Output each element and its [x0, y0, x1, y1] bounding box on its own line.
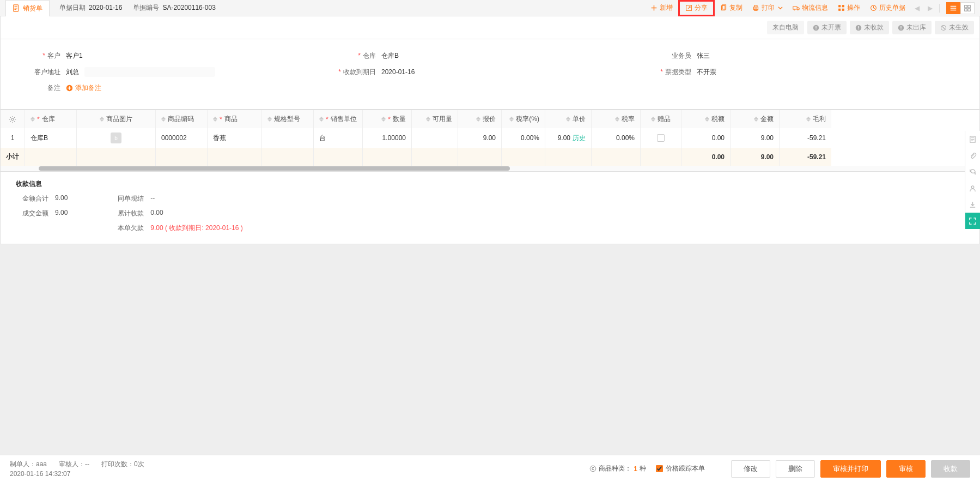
price-follow-checkbox[interactable]: 价格跟踪本单	[656, 464, 705, 473]
doc-meta: 单据日期2020-01-16 单据编号SA-20200116-003	[59, 3, 216, 13]
gift-checkbox[interactable]	[657, 134, 665, 142]
svg-point-9	[798, 9, 799, 10]
salesman-value[interactable]: 张三	[697, 51, 710, 61]
doc-icon	[13, 4, 20, 12]
line-grid: *仓库 商品图片 商品编码 *商品 规格型号 *销售单位 *数量 可用量 报价 …	[0, 110, 980, 172]
table-row[interactable]: 1 仓库B b 0000002 香蕉 台 1.00000 9.00 0.00% …	[1, 128, 979, 148]
tab-title: 销货单	[23, 4, 42, 13]
svg-point-32	[971, 185, 974, 188]
status-inactive[interactable]: 未生效	[935, 21, 974, 34]
payment-title: 收款信息	[16, 179, 964, 189]
doc-date: 2020-01-16	[89, 4, 122, 11]
svg-rect-11	[842, 5, 844, 7]
due-date-value[interactable]: 2020-01-16	[381, 68, 415, 76]
rail-expand-icon[interactable]	[965, 213, 980, 229]
price-history-link[interactable]: 历史	[573, 134, 586, 143]
svg-rect-13	[842, 9, 844, 10]
svg-rect-7	[793, 7, 797, 9]
subtotal-row: 小计 0.00 9.00 -59.21	[1, 148, 979, 166]
svg-rect-24	[858, 28, 859, 29]
view-list-button[interactable]	[946, 2, 960, 14]
status-uninvoiced[interactable]: 未开票	[807, 21, 847, 34]
scrollbar-thumb[interactable]	[39, 166, 510, 171]
add-remark-link[interactable]: 添加备注	[66, 83, 101, 93]
svg-point-30	[11, 118, 14, 120]
active-tab[interactable]: 销货单	[5, 0, 50, 16]
delete-button[interactable]: 删除	[776, 460, 815, 478]
operate-button[interactable]: 操作	[833, 1, 865, 15]
status-row: 来自电脑 未开票 未收款 未出库 未生效	[0, 16, 980, 39]
audit-button[interactable]: 审核	[886, 460, 926, 478]
svg-rect-27	[900, 28, 902, 29]
status-unpaid[interactable]: 未收款	[850, 21, 889, 34]
rail-refresh-icon[interactable]	[965, 164, 980, 180]
chevron-down-icon	[778, 5, 783, 10]
view-grid-button[interactable]	[960, 2, 975, 14]
product-image-icon: b	[111, 132, 121, 143]
svg-rect-16	[968, 5, 970, 7]
rail-user-icon[interactable]	[965, 180, 980, 196]
svg-rect-12	[839, 9, 841, 10]
modify-button[interactable]: 修改	[731, 460, 770, 478]
share-button[interactable]: 分享	[681, 1, 712, 15]
svg-rect-23	[858, 26, 859, 28]
copy-button[interactable]: 复制	[716, 1, 747, 15]
svg-point-8	[794, 9, 795, 10]
side-rail	[965, 131, 980, 229]
invoice-type-value[interactable]: 不开票	[697, 68, 716, 77]
status-unshipped[interactable]: 未出库	[892, 21, 932, 34]
svg-rect-18	[968, 8, 970, 10]
address-name: 刘总	[66, 68, 79, 77]
receive-button: 收款	[931, 460, 970, 478]
form-card: *客户客户1 *仓库仓库B 业务员张三 客户地址刘总 *收款到期日2020-01…	[0, 39, 980, 110]
debt-amount: 9.00 ( 收款到期日: 2020-01-16 )	[150, 224, 242, 233]
amount-total: 9.00	[55, 194, 68, 203]
prev-button[interactable]: ◀	[911, 2, 923, 14]
footer-timestamp: 2020-01-16 14:32:07	[10, 469, 144, 479]
status-source: 来自电脑	[767, 21, 804, 34]
history-button[interactable]: 历史单据	[866, 1, 910, 15]
top-bar: 销货单 单据日期2020-01-16 单据编号SA-20200116-003 新…	[0, 0, 980, 16]
rail-attach-icon[interactable]	[965, 147, 980, 164]
svg-rect-10	[839, 5, 841, 7]
svg-rect-5	[754, 5, 757, 7]
audit-print-button[interactable]: 审核并打印	[820, 460, 881, 478]
copyright-icon	[589, 465, 596, 472]
svg-rect-20	[815, 26, 817, 28]
svg-rect-17	[965, 8, 967, 10]
footer-meta: 制单人：aaa 审核人：-- 打印次数：0次 2020-01-16 14:32:…	[10, 459, 144, 479]
logistics-button[interactable]: 物流信息	[788, 1, 832, 15]
svg-point-33	[591, 466, 596, 472]
rail-note-icon[interactable]	[965, 131, 980, 147]
new-button[interactable]: 新增	[646, 1, 677, 15]
gear-icon[interactable]	[9, 116, 16, 123]
rail-download-icon[interactable]	[965, 196, 980, 213]
next-button[interactable]: ▶	[924, 2, 936, 14]
payment-card: 收款信息 金额合计9.00 成交金额9.00 同单现结-- 累计收款0.00 本…	[0, 172, 980, 244]
share-highlight: 分享	[678, 0, 715, 16]
svg-rect-26	[900, 26, 902, 28]
customer-value[interactable]: 客户1	[66, 51, 83, 61]
footer: 制单人：aaa 审核人：-- 打印次数：0次 2020-01-16 14:32:…	[0, 455, 980, 482]
warehouse-value[interactable]: 仓库B	[381, 51, 399, 61]
view-toggle	[946, 2, 975, 14]
doc-number: SA-20200116-003	[162, 4, 215, 11]
grid-header: *仓库 商品图片 商品编码 *商品 规格型号 *销售单位 *数量 可用量 报价 …	[1, 110, 979, 128]
deal-amount: 9.00	[55, 209, 68, 218]
svg-rect-21	[815, 28, 817, 29]
horizontal-scrollbar[interactable]	[1, 166, 979, 171]
print-button[interactable]: 打印	[748, 1, 787, 15]
top-actions: 新增 分享 复制 打印 物流信息 操作 历史单据 ◀ ▶	[646, 0, 975, 16]
address-redacted	[84, 67, 215, 77]
svg-rect-15	[965, 5, 967, 7]
